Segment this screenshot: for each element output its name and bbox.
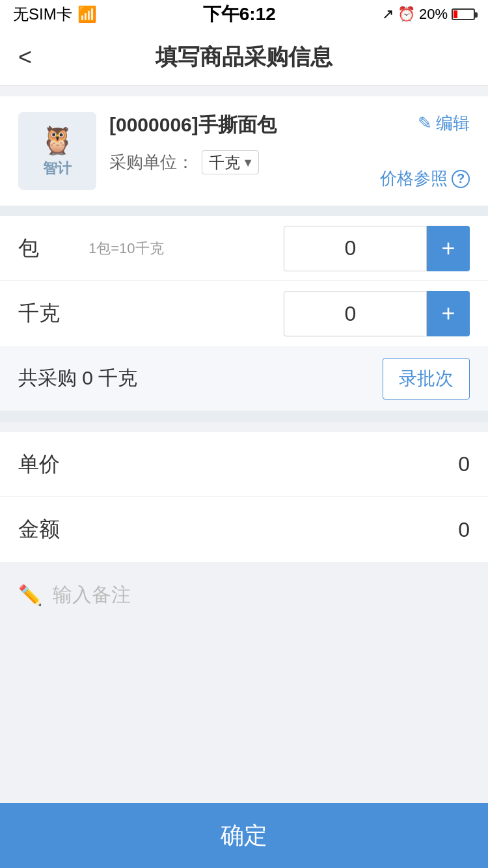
page-title: 填写商品采购信息 bbox=[156, 42, 332, 72]
section-divider-2 bbox=[0, 411, 488, 422]
unit-price-row: 单价 0 bbox=[0, 432, 488, 497]
kg-label: 千克 bbox=[18, 299, 83, 328]
input-section: 包 1包=10千克 + 千克 + bbox=[0, 216, 488, 346]
bag-plus-button[interactable]: + bbox=[427, 226, 470, 271]
product-card: 🦉 智计 [0000006]手撕面包 采购单位： 千克 包 ▼ ✎ 编辑 价格参… bbox=[0, 96, 488, 206]
location-icon: ↗ bbox=[382, 6, 394, 23]
bag-label: 包 bbox=[18, 234, 83, 263]
total-label: 共采购 0 千克 bbox=[18, 365, 137, 392]
owl-icon: 🦉 bbox=[40, 124, 74, 156]
wifi-icon: 📶 bbox=[77, 5, 97, 23]
remark-section[interactable]: ✏️ 输入备注 bbox=[0, 562, 488, 627]
unit-select[interactable]: 千克 包 bbox=[202, 150, 259, 174]
unit-select-wrapper[interactable]: 千克 包 ▼ bbox=[202, 150, 259, 174]
edit-button[interactable]: ✎ 编辑 bbox=[418, 112, 470, 135]
section-divider-1 bbox=[0, 206, 488, 216]
alarm-icon: ⏰ bbox=[398, 6, 415, 23]
carrier-text: 无SIM卡 bbox=[13, 4, 72, 25]
status-right: ↗ ⏰ 20% bbox=[382, 6, 475, 23]
info-icon: ? bbox=[452, 170, 470, 188]
product-logo: 🦉 智计 bbox=[18, 112, 96, 190]
product-name: [0000006]手撕面包 bbox=[109, 112, 470, 139]
product-info: [0000006]手撕面包 采购单位： 千克 包 ▼ bbox=[109, 112, 470, 174]
nav-bar: < 填写商品采购信息 bbox=[0, 29, 488, 86]
edit-label: 编辑 bbox=[436, 112, 470, 135]
kg-input-wrapper: + bbox=[284, 291, 470, 336]
amount-row: 金额 0 bbox=[0, 497, 488, 562]
confirm-button[interactable]: 确定 bbox=[0, 803, 488, 868]
price-ref-label: 价格参照 bbox=[380, 167, 448, 190]
bottom-fill bbox=[0, 627, 488, 822]
unit-label: 采购单位： bbox=[109, 151, 194, 174]
edit-icon: ✎ bbox=[418, 113, 432, 133]
logo-text: 智计 bbox=[43, 159, 72, 178]
amount-label: 金额 bbox=[18, 515, 60, 544]
total-section: 共采购 0 千克 录批次 bbox=[0, 346, 488, 411]
record-batch-button[interactable]: 录批次 bbox=[383, 358, 470, 400]
battery-icon bbox=[452, 8, 475, 20]
bag-input[interactable] bbox=[284, 226, 427, 271]
status-time: 下午6:12 bbox=[203, 2, 276, 27]
kg-plus-button[interactable]: + bbox=[427, 291, 470, 336]
back-button[interactable]: < bbox=[18, 44, 32, 71]
unit-price-value: 0 bbox=[458, 452, 470, 476]
amount-value: 0 bbox=[458, 518, 470, 542]
remark-placeholder: 输入备注 bbox=[53, 582, 131, 608]
bag-sublabel: 1包=10千克 bbox=[88, 239, 284, 258]
kg-input[interactable] bbox=[284, 291, 427, 336]
price-section: 单价 0 金额 0 bbox=[0, 432, 488, 562]
kg-input-row: 千克 + bbox=[0, 281, 488, 346]
price-ref-button[interactable]: 价格参照 ? bbox=[380, 167, 470, 190]
status-carrier: 无SIM卡 📶 bbox=[13, 4, 97, 25]
pencil-icon: ✏️ bbox=[18, 584, 42, 606]
unit-price-label: 单价 bbox=[18, 450, 60, 479]
bag-input-wrapper: + bbox=[284, 226, 470, 271]
battery-percent: 20% bbox=[419, 6, 448, 23]
status-bar: 无SIM卡 📶 下午6:12 ↗ ⏰ 20% bbox=[0, 0, 488, 29]
bag-input-row: 包 1包=10千克 + bbox=[0, 216, 488, 281]
